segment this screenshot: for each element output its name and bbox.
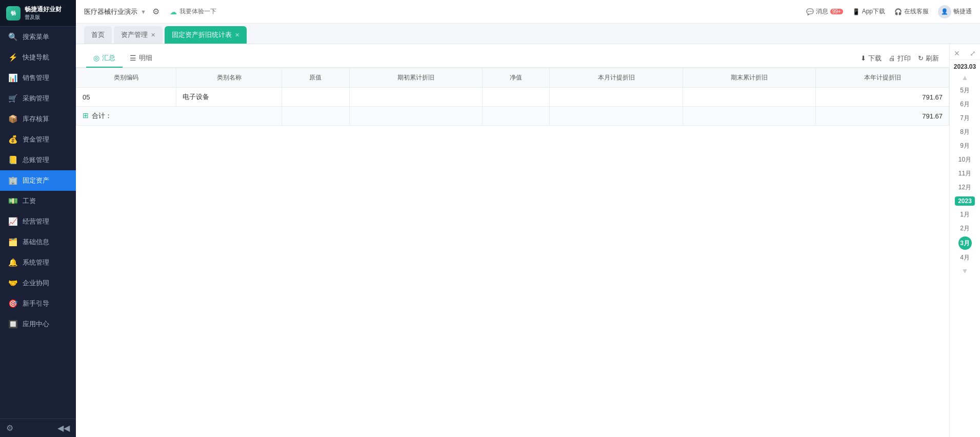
app-icon: 🔲 — [8, 320, 17, 329]
month-4[interactable]: 4月 — [950, 251, 980, 265]
app-download-button[interactable]: 📱 App下载 — [852, 7, 885, 16]
app-edition: 普及版 — [25, 14, 62, 21]
col-name: 类别名称 — [176, 68, 282, 88]
sidebar-item-label: 快捷导航 — [23, 53, 49, 62]
cell-net-value — [483, 88, 550, 107]
close-asset-mgmt-tab[interactable]: ✕ — [151, 32, 155, 38]
sidebar-item-label: 库存核算 — [23, 114, 49, 124]
cell-accum-dep — [349, 88, 483, 107]
username: 畅捷通 — [953, 7, 972, 16]
print-button[interactable]: 🖨 打印 — [889, 54, 911, 63]
sidebar-item-quick-nav[interactable]: ⚡ 快捷导航 — [0, 47, 76, 68]
summary-monthly-dep — [550, 107, 683, 126]
download-button[interactable]: ⬇ 下载 — [861, 54, 882, 63]
app-logo: 畅 — [6, 6, 21, 21]
month-2[interactable]: 2月 — [950, 222, 980, 235]
refresh-button[interactable]: ↻ 刷新 — [918, 54, 939, 63]
month-3[interactable]: 3月 — [958, 236, 972, 250]
close-depreciation-tab[interactable]: ✕ — [235, 32, 239, 38]
tabs-bar: 首页 资产管理 ✕ 固定资产折旧统计表 ✕ — [76, 24, 980, 44]
summary-annual-dep: 791.67 — [816, 107, 949, 126]
cell-annual-dep: 791.67 — [816, 88, 949, 107]
chart-icon: 📊 — [8, 73, 17, 83]
month-6[interactable]: 6月 — [950, 97, 980, 111]
bell-icon: 🔔 — [8, 258, 17, 267]
online-service-label: 在线客服 — [904, 7, 929, 16]
sidebar-item-operations[interactable]: 📈 经营管理 — [0, 211, 76, 232]
tab-depreciation[interactable]: 固定资产折旧统计表 ✕ — [165, 26, 247, 44]
sidebar-item-cooperation[interactable]: 🤝 企业协同 — [0, 273, 76, 293]
detail-tab-icon: ☰ — [130, 54, 136, 62]
headset-icon: 🎧 — [894, 8, 902, 15]
guide-icon: 🎯 — [8, 299, 17, 308]
sidebar-item-guide[interactable]: 🎯 新手引导 — [0, 293, 76, 314]
settings-icon[interactable]: ⚙ — [6, 423, 13, 433]
table-summary-row: ⊞ 合计： 791.67 — [76, 107, 949, 126]
right-panel-expand[interactable]: ⤢ — [970, 49, 976, 57]
avatar: 👤 — [938, 5, 951, 18]
sidebar-item-label: 总账管理 — [23, 155, 49, 165]
month-8[interactable]: 8月 — [950, 125, 980, 139]
sub-tab-detail[interactable]: ☰ 明细 — [123, 49, 159, 68]
rp-content: 2023.03 ▲ 5月 6月 7月 8月 9月 10月 11月 12月 202… — [950, 60, 980, 277]
folder-icon: 🗂️ — [8, 237, 17, 247]
rp-nav-down[interactable]: ▼ — [959, 265, 971, 277]
notification-count: 99+ — [830, 9, 843, 14]
sidebar-item-label: 系统管理 — [23, 258, 49, 267]
right-panel-close[interactable]: ✕ — [954, 49, 960, 57]
col-net-value: 净值 — [483, 68, 550, 88]
online-service-button[interactable]: 🎧 在线客服 — [894, 7, 929, 16]
sidebar-item-finance[interactable]: 💰 资金管理 — [0, 129, 76, 150]
notifications-label: 消息 — [816, 7, 828, 16]
sidebar-item-inventory[interactable]: 📦 库存核算 — [0, 109, 76, 129]
rp-nav-up[interactable]: ▲ — [959, 71, 971, 84]
sidebar-item-sales[interactable]: 📊 销售管理 — [0, 68, 76, 88]
topbar: 医疗器械行业演示 ▼ ⚙ ☁ 我要体验一下 💬 消息 99+ 📱 App下载 🎧… — [76, 0, 980, 24]
experience-label: 我要体验一下 — [179, 7, 216, 16]
settings-button[interactable]: ⚙ — [152, 7, 159, 16]
ledger-icon: 📒 — [8, 155, 17, 165]
sidebar-item-system[interactable]: 🔔 系统管理 — [0, 252, 76, 273]
company-selector[interactable]: 医疗器械行业演示 ▼ — [84, 7, 146, 16]
tab-home[interactable]: 首页 — [84, 26, 112, 44]
sub-tab-summary[interactable]: ◎ 汇总 — [86, 49, 123, 68]
sidebar-header: 畅 畅捷通好业财 普及版 — [0, 0, 76, 27]
company-dropdown-icon: ▼ — [141, 9, 146, 15]
print-icon: 🖨 — [889, 54, 895, 62]
sidebar-item-label: 销售管理 — [23, 73, 49, 83]
cart-icon: 🛒 — [8, 94, 17, 103]
user-menu[interactable]: 👤 畅捷通 — [938, 5, 972, 18]
month-12[interactable]: 12月 — [950, 181, 980, 194]
month-1[interactable]: 1月 — [950, 208, 980, 222]
month-5[interactable]: 5月 — [950, 84, 980, 97]
collapse-icon[interactable]: ◀◀ — [57, 423, 70, 433]
sidebar-item-ledger[interactable]: 📒 总账管理 — [0, 150, 76, 170]
sidebar-item-fixed-assets[interactable]: 🏢 固定资产 — [0, 170, 76, 191]
month-9[interactable]: 9月 — [950, 139, 980, 153]
app-download-label: App下载 — [862, 7, 885, 16]
tab-asset-mgmt[interactable]: 资产管理 ✕ — [114, 26, 163, 44]
company-name: 医疗器械行业演示 — [84, 7, 137, 16]
building-icon: 🏢 — [8, 176, 17, 185]
right-panel: ✕ ⤢ 2023.03 ▲ 5月 6月 7月 8月 9月 10月 11月 12月… — [949, 44, 980, 437]
tab-home-label: 首页 — [91, 30, 105, 39]
notifications-button[interactable]: 💬 消息 99+ — [806, 7, 843, 16]
sidebar-item-payroll[interactable]: 💵 工资 — [0, 191, 76, 211]
month-10[interactable]: 10月 — [950, 153, 980, 167]
sidebar-item-label: 搜索菜单 — [23, 32, 49, 42]
month-11[interactable]: 11月 — [950, 167, 980, 181]
sidebar-item-app-center[interactable]: 🔲 应用中心 — [0, 314, 76, 334]
ops-icon: 📈 — [8, 217, 17, 226]
sidebar-item-purchase[interactable]: 🛒 采购管理 — [0, 88, 76, 109]
sidebar-item-search[interactable]: 🔍 搜索菜单 — [0, 27, 76, 47]
topbar-right: 💬 消息 99+ 📱 App下载 🎧 在线客服 👤 畅捷通 — [806, 5, 972, 18]
tab-asset-mgmt-label: 资产管理 — [121, 30, 148, 39]
experience-button[interactable]: ☁ 我要体验一下 — [170, 7, 216, 16]
sidebar-item-label: 应用中心 — [23, 320, 49, 329]
sub-tabs: ◎ 汇总 ☰ 明细 ⬇ 下载 🖨 打印 — [76, 44, 949, 68]
month-7[interactable]: 7月 — [950, 111, 980, 125]
sidebar-item-label: 固定资产 — [23, 176, 49, 185]
refresh-icon: ↻ — [918, 54, 924, 62]
sidebar-item-basic-info[interactable]: 🗂️ 基础信息 — [0, 232, 76, 252]
lightning-icon: ⚡ — [8, 53, 17, 62]
